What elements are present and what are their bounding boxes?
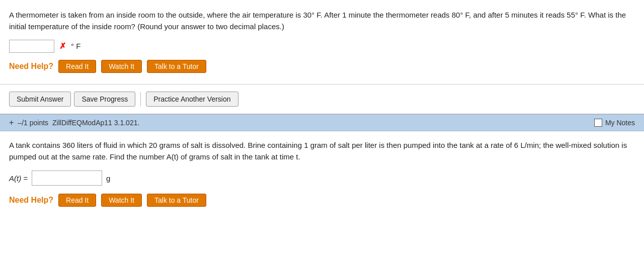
read-it-button-2[interactable]: Read It <box>58 194 96 207</box>
question1-text: A thermometer is taken from an inside ro… <box>9 9 635 33</box>
answer-input-1[interactable] <box>9 40 54 53</box>
talk-to-tutor-button-1[interactable]: Talk to a Tutor <box>147 60 206 73</box>
need-help-row-1: Need Help? Read It Watch It Talk to a Tu… <box>9 60 635 73</box>
at-label: A(t) = <box>9 174 28 183</box>
practice-another-button[interactable]: Practice Another Version <box>146 92 238 107</box>
points-text-2: –/1 points <box>18 119 48 127</box>
read-it-button-1[interactable]: Read It <box>58 60 96 73</box>
answer-row-1: ✗ ° F <box>9 40 635 53</box>
my-notes-label: My Notes <box>605 119 635 127</box>
need-help-label-1: Need Help? <box>9 62 53 71</box>
section2-body: A tank contains 360 liters of fluid in w… <box>0 131 644 218</box>
problem-header-2: + –/1 points ZillDiffEQModAp11 3.1.021. … <box>0 114 644 131</box>
action-separator <box>140 92 141 106</box>
answer-row-2: A(t) = g <box>9 171 635 186</box>
save-progress-button[interactable]: Save Progress <box>74 92 135 107</box>
problem-header-left: + –/1 points ZillDiffEQModAp11 3.1.021. <box>9 119 139 127</box>
my-notes-button[interactable]: My Notes <box>594 119 635 127</box>
watch-it-button-2[interactable]: Watch It <box>101 194 142 207</box>
unit-label-1: ° F <box>71 42 80 50</box>
expand-button-2[interactable]: + <box>9 119 14 127</box>
question2-text: A tank contains 360 liters of fluid in w… <box>9 139 635 163</box>
section1: A thermometer is taken from an inside ro… <box>0 0 644 85</box>
submit-answer-button[interactable]: Submit Answer <box>9 92 71 107</box>
answer-input-2[interactable] <box>32 171 102 186</box>
talk-to-tutor-button-2[interactable]: Talk to a Tutor <box>147 194 206 207</box>
action-bar: Submit Answer Save Progress Practice Ano… <box>0 85 644 114</box>
need-help-label-2: Need Help? <box>9 196 53 205</box>
need-help-row-2: Need Help? Read It Watch It Talk to a Tu… <box>9 194 635 207</box>
problem-id-2: ZillDiffEQModAp11 3.1.021. <box>52 119 139 127</box>
watch-it-button-1[interactable]: Watch It <box>101 60 142 73</box>
notes-icon <box>594 119 602 127</box>
clear-button-1[interactable]: ✗ <box>58 41 67 51</box>
unit-label-2: g <box>106 174 110 183</box>
